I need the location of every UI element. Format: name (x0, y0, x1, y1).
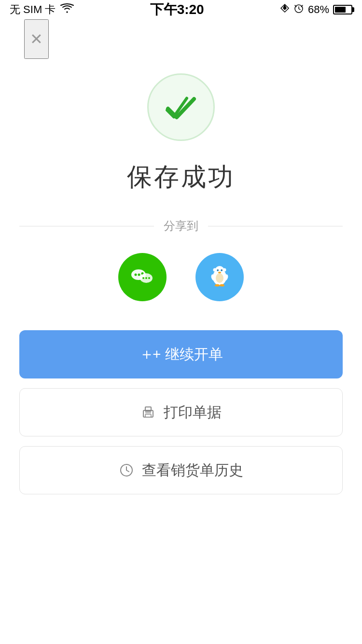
svg-point-20 (220, 284, 224, 287)
status-bar: 无 SIM 卡 下午3:20 68% (0, 0, 362, 19)
success-title: 保存成功 (127, 160, 235, 194)
battery-icon (333, 5, 352, 14)
share-qq-button[interactable] (195, 253, 244, 301)
main-content: ✕ 保存成功 分享到 (0, 19, 362, 644)
divider-line-left (19, 226, 154, 226)
history-button[interactable]: 查看销货单历史 (19, 446, 343, 494)
wifi-icon (60, 3, 74, 16)
share-buttons (118, 253, 244, 301)
wechat-icon (129, 266, 156, 288)
close-button[interactable]: ✕ (24, 19, 49, 59)
svg-point-14 (222, 270, 223, 271)
share-divider: 分享到 (19, 218, 343, 234)
history-icon (119, 462, 134, 478)
svg-point-6 (142, 277, 144, 279)
location-icon (280, 3, 290, 16)
signal-text: 无 SIM 卡 (10, 2, 56, 17)
battery-fill (335, 7, 346, 13)
svg-rect-25 (145, 414, 151, 417)
svg-point-13 (218, 270, 219, 271)
svg-point-16 (213, 268, 217, 272)
divider-line-right (208, 226, 343, 226)
alarm-icon (293, 3, 304, 16)
continue-label: + 继续开单 (153, 345, 223, 364)
share-wechat-button[interactable] (118, 253, 167, 301)
continue-button[interactable]: ＋ + 继续开单 (19, 330, 343, 378)
svg-point-19 (215, 284, 220, 287)
svg-point-18 (216, 273, 223, 283)
battery-text: 68% (308, 3, 329, 16)
status-time: 下午3:20 (150, 0, 204, 19)
qq-icon (209, 265, 231, 290)
history-label: 查看销货单历史 (142, 461, 243, 480)
svg-point-15 (218, 272, 221, 274)
svg-point-2 (135, 274, 137, 276)
print-label: 打印单据 (164, 403, 222, 422)
print-icon (140, 405, 156, 420)
svg-point-17 (223, 268, 226, 272)
share-label: 分享到 (164, 218, 198, 234)
print-button[interactable]: 打印单据 (19, 388, 343, 436)
status-right: 68% (280, 3, 352, 16)
status-left: 无 SIM 卡 (10, 2, 74, 17)
action-buttons: ＋ + 继续开单 打印单据 查看销货单历 (19, 330, 343, 494)
svg-point-7 (145, 277, 147, 279)
close-icon: ✕ (30, 30, 43, 48)
svg-point-3 (138, 274, 140, 276)
success-icon-container (147, 73, 215, 141)
svg-point-8 (148, 277, 150, 279)
checkmark-icon (164, 94, 198, 121)
